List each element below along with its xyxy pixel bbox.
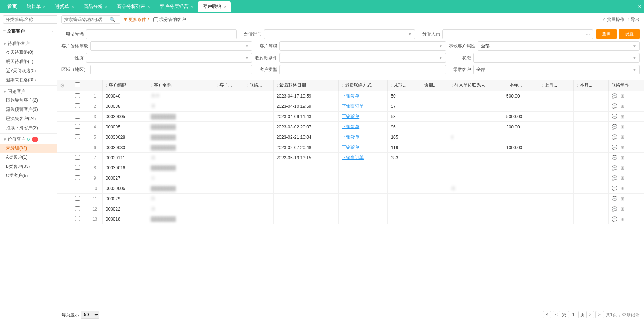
tab-customer-contact-close[interactable]: × bbox=[224, 4, 226, 9]
cell-last-method[interactable]: 下销货单 bbox=[339, 91, 388, 101]
grid-action-icon[interactable]: ⊞ bbox=[620, 145, 624, 150]
tab-customer-mgr[interactable]: 客户分层经营 × bbox=[155, 1, 197, 12]
cell-checkbox[interactable] bbox=[72, 132, 87, 142]
sidebar-item-overdue[interactable]: 逾期未联络(30) bbox=[0, 75, 57, 85]
chat-icon[interactable]: 💬 bbox=[612, 206, 617, 212]
grid-action-icon[interactable]: ⊞ bbox=[620, 175, 624, 181]
cell-checkbox[interactable] bbox=[72, 153, 87, 163]
chat-icon[interactable]: 💬 bbox=[612, 124, 617, 130]
col-type[interactable]: : 客户... bbox=[213, 80, 243, 91]
chat-icon[interactable]: 💬 bbox=[612, 114, 617, 119]
grid-action-icon[interactable]: ⊞ bbox=[620, 134, 624, 140]
col-checkbox[interactable] bbox=[72, 80, 87, 91]
grid-action-icon[interactable]: ⊞ bbox=[620, 103, 624, 109]
chat-icon[interactable]: 💬 bbox=[612, 196, 617, 201]
customer-type-input[interactable] bbox=[279, 65, 446, 74]
tab-analysis-list[interactable]: 商品分析列表 × bbox=[112, 1, 154, 12]
cell-checkbox[interactable] bbox=[72, 163, 87, 173]
phone-input[interactable] bbox=[86, 29, 237, 39]
settings-icon[interactable]: ⚙ bbox=[60, 82, 65, 88]
grid-action-icon[interactable]: ⊞ bbox=[620, 93, 624, 99]
cell-last-method[interactable]: 下销售订单 bbox=[339, 101, 388, 112]
col-last-date[interactable]: : 最后联络日期 bbox=[273, 80, 338, 91]
row-checkbox[interactable] bbox=[75, 186, 80, 190]
chat-icon[interactable]: 💬 bbox=[612, 145, 617, 150]
cell-checkbox[interactable] bbox=[72, 183, 87, 194]
cell-last-method[interactable]: 下销货单 bbox=[339, 132, 388, 142]
tab-sales[interactable]: 销售单 × bbox=[22, 1, 50, 12]
tab-analysis-list-close[interactable]: × bbox=[148, 4, 150, 9]
tab-analysis-close[interactable]: × bbox=[105, 4, 107, 9]
chat-icon[interactable]: 💬 bbox=[612, 103, 617, 109]
grid-action-icon[interactable]: ⊞ bbox=[620, 216, 624, 222]
last-method-link[interactable]: 下销货单 bbox=[342, 93, 359, 98]
row-checkbox[interactable] bbox=[75, 114, 80, 119]
col-code[interactable]: : 客户编码 bbox=[102, 80, 148, 91]
first-page-button[interactable]: K bbox=[543, 311, 551, 318]
region-input[interactable]: ··· bbox=[90, 65, 252, 74]
group-pending-contact[interactable]: ▼ 待联络客户 bbox=[0, 39, 57, 48]
batch-operation-button[interactable]: ☑ 批量操作 bbox=[602, 17, 624, 23]
tab-purchase-close[interactable]: × bbox=[71, 4, 74, 9]
nature-select[interactable]: ▼ bbox=[86, 53, 252, 63]
row-checkbox[interactable] bbox=[75, 145, 80, 149]
reset-button[interactable]: 设置 bbox=[619, 29, 640, 39]
grid-action-icon[interactable]: ⊞ bbox=[620, 196, 624, 201]
my-customers-filter[interactable]: 我分管的客户 bbox=[153, 17, 186, 23]
sidebar-item-7days[interactable]: 近7天待联络(0) bbox=[0, 66, 57, 75]
chat-icon[interactable]: 💬 bbox=[612, 165, 617, 171]
tab-analysis[interactable]: 商品分析 × bbox=[79, 1, 112, 12]
last-method-link[interactable]: 下销货单 bbox=[342, 124, 359, 129]
scatter-attr-select[interactable]: 全部 ▼ bbox=[478, 41, 640, 51]
col-this-month[interactable]: : 本月... bbox=[573, 80, 609, 91]
row-checkbox[interactable] bbox=[75, 165, 80, 170]
dept-select[interactable]: ▼ bbox=[264, 29, 415, 39]
scatter-select[interactable]: 全部 ▼ bbox=[473, 65, 640, 74]
status-select[interactable]: ▼ bbox=[473, 53, 640, 63]
col-company-contact[interactable]: : 往来单位联系人 bbox=[448, 80, 503, 91]
grid-action-icon[interactable]: ⊞ bbox=[620, 186, 624, 191]
cell-checkbox[interactable] bbox=[72, 122, 87, 132]
row-checkbox[interactable] bbox=[75, 93, 80, 98]
payment-select[interactable]: ▼ bbox=[279, 53, 446, 63]
col-name[interactable]: : 客户名称 bbox=[148, 80, 213, 91]
col-settings[interactable]: ⚙ bbox=[57, 80, 72, 91]
cell-checkbox[interactable] bbox=[72, 142, 87, 153]
grid-action-icon[interactable]: ⊞ bbox=[620, 206, 624, 212]
cell-last-method[interactable]: 下销货单 bbox=[339, 142, 388, 153]
sidebar-item-churn-warning[interactable]: 流失预警客户(3) bbox=[0, 105, 57, 114]
row-checkbox[interactable] bbox=[75, 155, 80, 160]
chat-icon[interactable]: 💬 bbox=[612, 134, 617, 140]
tab-customer-mgr-close[interactable]: × bbox=[191, 4, 193, 9]
last-method-link[interactable]: 下销货单 bbox=[342, 134, 359, 140]
col-not-contacted[interactable]: : 未联... bbox=[388, 80, 418, 91]
page-number-input[interactable] bbox=[568, 311, 579, 318]
row-checkbox[interactable] bbox=[75, 103, 80, 108]
chat-icon[interactable]: 💬 bbox=[612, 175, 617, 181]
next-page-button[interactable]: > bbox=[586, 311, 594, 318]
per-page-select[interactable]: 50 100 200 bbox=[81, 311, 99, 319]
chat-icon[interactable]: 💬 bbox=[612, 186, 617, 191]
cell-last-method[interactable]: 下销货单 bbox=[339, 112, 388, 122]
row-checkbox[interactable] bbox=[75, 196, 80, 201]
export-button[interactable]: ↑ 导出 bbox=[627, 17, 640, 23]
grid-action-icon[interactable]: ⊞ bbox=[620, 114, 624, 119]
sidebar-item-class-b[interactable]: B类客户(33) bbox=[0, 162, 57, 171]
more-conditions-button[interactable]: ▼ 更多条件 ∧ bbox=[123, 17, 150, 23]
sidebar-search-input[interactable] bbox=[3, 15, 57, 24]
tab-home[interactable]: 首页 bbox=[3, 1, 21, 12]
tab-sales-close[interactable]: × bbox=[43, 4, 45, 9]
chat-icon[interactable]: 💬 bbox=[612, 155, 617, 160]
search-input[interactable] bbox=[64, 17, 108, 22]
cell-last-method[interactable]: 下销货单 bbox=[339, 122, 388, 132]
tab-customer-contact[interactable]: 客户联络 × bbox=[198, 1, 230, 12]
customer-level-select[interactable]: ▼ bbox=[279, 41, 446, 51]
last-method-link[interactable]: 下销售订单 bbox=[342, 155, 364, 160]
last-method-link[interactable]: 下销货单 bbox=[342, 114, 359, 119]
grid-action-icon[interactable]: ⊞ bbox=[620, 124, 624, 130]
cell-checkbox[interactable] bbox=[72, 173, 87, 183]
group-value-customers[interactable]: ▼ 价值客户 ↻ ! bbox=[0, 134, 57, 144]
search-button[interactable]: 查询 bbox=[596, 29, 617, 39]
sidebar-item-class-c[interactable]: C类客户(6) bbox=[0, 171, 57, 180]
col-last-month[interactable]: : 上月... bbox=[538, 80, 574, 91]
